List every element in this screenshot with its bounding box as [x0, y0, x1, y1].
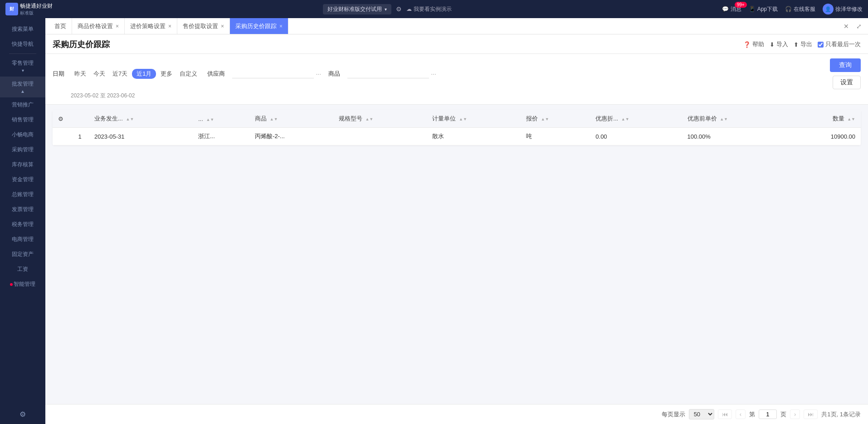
tab-price-settings-close-icon[interactable]: ×	[116, 23, 119, 29]
table-row: 1 2023-05-31 浙江... 丙烯酸-2-... 散水 吨 0.00 1…	[53, 128, 861, 145]
th-extra[interactable]: ... ▲▼	[193, 110, 249, 128]
help-button[interactable]: ❓ 帮助	[743, 40, 764, 48]
sidebar-item-purchase[interactable]: 采购管理	[0, 142, 45, 157]
supplier-input[interactable]	[232, 69, 314, 78]
td-quote: 吨	[521, 128, 590, 145]
tab-purchase-strategy-close-icon[interactable]: ×	[168, 23, 171, 29]
sidebar-item-invoice[interactable]: 发票管理	[0, 202, 45, 217]
sidebar-item-inventory[interactable]: 库存核算	[0, 157, 45, 172]
topbar-gear-button[interactable]: ⚙	[394, 4, 404, 14]
sidebar-item-assets[interactable]: 固定资产	[0, 247, 45, 262]
version-selector[interactable]: 好业财标准版交付试用 ▾	[323, 4, 391, 14]
td-unit: 散水	[427, 128, 521, 145]
th-spec-label: 规格型号	[339, 115, 362, 122]
sidebar-item-sales[interactable]: 销售管理	[0, 112, 45, 127]
date-opt-custom[interactable]: 自定义	[177, 69, 200, 79]
user-name: 徐泽华修改	[835, 5, 863, 13]
tabbar: 首页 商品价格设置 × 进价策略设置 × 售价提取设置 × 采购历史价跟踪 × …	[45, 18, 868, 34]
date-range-text: 2023-05-02 至 2023-06-02	[71, 92, 135, 99]
th-goods[interactable]: 商品 ▲▼	[249, 110, 333, 128]
sidebar-item-tax-label: 税务管理	[12, 221, 34, 228]
tab-price-settings-label: 商品价格设置	[78, 22, 113, 30]
sidebar-item-ecommerce-small[interactable]: 小畅电商	[0, 127, 45, 142]
th-discount[interactable]: 优惠折... ▲▼	[590, 110, 682, 128]
sidebar-item-sales-label: 销售管理	[12, 116, 34, 124]
th-unit[interactable]: 计量单位 ▲▼	[427, 110, 521, 128]
tab-purchase-strategy[interactable]: 进价策略设置 ×	[125, 18, 177, 34]
sidebar-item-tax[interactable]: 税务管理	[0, 217, 45, 232]
th-spec[interactable]: 规格型号 ▲▼	[333, 110, 427, 128]
date-opt-7days[interactable]: 近7天	[110, 69, 130, 79]
table-body: 1 2023-05-31 浙江... 丙烯酸-2-... 散水 吨 0.00 1…	[53, 128, 861, 145]
th-gear[interactable]: ⚙	[53, 110, 71, 128]
date-opt-today[interactable]: 今天	[91, 69, 108, 79]
sidebar-item-ecommerce[interactable]: 电商管理	[0, 232, 45, 247]
page-first-button[interactable]: ⏮	[718, 410, 732, 419]
page-number-input[interactable]	[759, 410, 777, 419]
sidebar-gear-button[interactable]: ⚙	[20, 405, 26, 424]
page-next-button[interactable]: ›	[790, 410, 800, 419]
th-quote[interactable]: 报价 ▲▼	[521, 110, 590, 128]
smart-dot-icon	[10, 283, 13, 286]
online-service-button[interactable]: 🎧 在线客服	[785, 5, 815, 13]
page-prev-button[interactable]: ‹	[736, 410, 746, 419]
page-size-select[interactable]: 20 50 100	[689, 409, 714, 419]
export-label: 导出	[800, 40, 812, 48]
filter-settings-button[interactable]: 设置	[833, 76, 861, 89]
goods-input[interactable]	[347, 69, 429, 78]
supplier-dots-button[interactable]: ···	[316, 70, 321, 77]
date-opt-yesterday[interactable]: 昨天	[72, 69, 89, 79]
sidebar-item-ecommerce-label: 电商管理	[12, 236, 34, 243]
tab-purchase-history[interactable]: 采购历史价跟踪 ×	[230, 18, 288, 34]
tab-sale-price-close-icon[interactable]: ×	[221, 23, 224, 29]
sort-icon-extra: ▲▼	[206, 118, 214, 122]
th-qty[interactable]: 数量 ▲▼	[788, 110, 861, 128]
date-opt-1month[interactable]: 近1月	[132, 69, 156, 79]
demo-icon: ☁	[406, 6, 412, 12]
app-logo: 财 畅捷通好业财 标准版	[5, 2, 53, 16]
goods-dots-button[interactable]: ···	[431, 70, 436, 77]
sidebar-item-general-ledger[interactable]: 总账管理	[0, 187, 45, 202]
last-only-label: 只看最后一次	[825, 40, 861, 48]
sidebar-item-marketing[interactable]: 营销推广	[0, 97, 45, 112]
tab-sale-price[interactable]: 售价提取设置 ×	[177, 18, 230, 34]
sidebar-item-retail[interactable]: 零售管理 ▾	[0, 56, 45, 77]
page-last-button[interactable]: ⏭	[804, 410, 818, 419]
sort-icon-biz-date: ▲▼	[126, 117, 134, 121]
last-only-checkbox[interactable]	[818, 42, 824, 48]
sidebar-item-smart[interactable]: 智能管理	[0, 277, 45, 292]
sidebar-item-wholesale[interactable]: 批发管理 ▲	[0, 77, 45, 97]
tabbar-expand-button[interactable]: ⤢	[853, 21, 864, 32]
th-pre-discount-price[interactable]: 优惠前单价 ▲▼	[682, 110, 788, 128]
export-button[interactable]: ⬆ 导出	[794, 40, 812, 48]
sidebar-quicknav[interactable]: 快捷导航	[0, 37, 45, 52]
last-only-checkbox-label[interactable]: 只看最后一次	[818, 40, 861, 48]
messages-button[interactable]: 💬 消息 99+	[722, 5, 741, 13]
sidebar-item-inventory-label: 库存核算	[12, 161, 34, 169]
pagination-bar: 每页显示 20 50 100 ⏮ ‹ 第 页 › ⏭ 共1页, 1条记录	[45, 404, 868, 424]
tabbar-close-button[interactable]: ✕	[841, 21, 852, 32]
import-button[interactable]: ⬇ 导入	[770, 40, 788, 48]
page-title: 采购历史价跟踪	[53, 39, 110, 50]
tab-purchase-history-close-icon[interactable]: ×	[279, 23, 283, 29]
tab-price-settings[interactable]: 商品价格设置 ×	[72, 18, 125, 34]
user-area[interactable]: 👤 徐泽华修改	[823, 4, 863, 14]
goods-input-group: ···	[347, 69, 436, 78]
query-button[interactable]: 查询	[830, 58, 861, 72]
sidebar-retail-arrow: ▾	[22, 68, 24, 73]
app-download-button[interactable]: 📱 App下载	[749, 5, 778, 13]
goods-filter-label: 商品	[328, 70, 340, 78]
topbar-mid: 好业财标准版交付试用 ▾ ⚙ ☁ 我要看实例演示	[323, 4, 452, 14]
date-opt-more[interactable]: 更多	[158, 69, 175, 79]
th-biz-date[interactable]: 业务发生... ▲▼	[89, 110, 193, 128]
sidebar-item-payroll[interactable]: 工资	[0, 262, 45, 277]
sidebar-item-ecommerce-small-label: 小畅电商	[12, 131, 34, 139]
sidebar-item-invoice-label: 发票管理	[12, 206, 34, 213]
demo-button[interactable]: ☁ 我要看实例演示	[406, 5, 452, 13]
topbar: 财 畅捷通好业财 标准版 好业财标准版交付试用 ▾ ⚙ ☁ 我要看实例演示 💬 …	[0, 0, 868, 18]
headset-icon: 🎧	[785, 6, 792, 12]
td-qty: 10900.00	[788, 128, 861, 145]
sidebar-item-finance[interactable]: 资金管理	[0, 172, 45, 187]
sidebar-search[interactable]: 搜索菜单	[0, 22, 45, 37]
tab-home[interactable]: 首页	[49, 18, 72, 34]
